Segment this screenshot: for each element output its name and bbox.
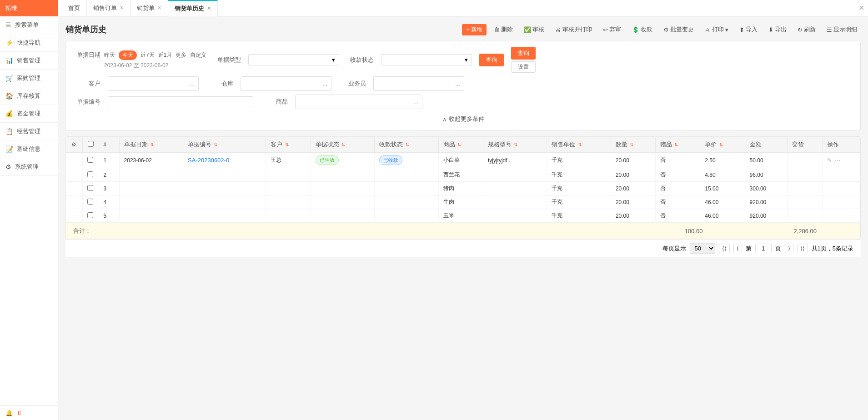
doc-no-input[interactable] [108,96,253,107]
refresh-button[interactable]: ↻ 刷新 [794,24,819,35]
last-page-btn[interactable]: ⟩⟩ [797,244,808,253]
tab-sales-order[interactable]: 销售订单 ✕ [87,0,130,16]
tab-sales-goods[interactable]: 销货单 ✕ [130,0,168,16]
date-opt-yesterday[interactable]: 昨天 [104,51,115,59]
td-doc-no[interactable] [183,209,266,223]
audit-button[interactable]: ✅ 审核 [520,24,548,35]
th-spec[interactable]: 规格型号 ⇅ [483,137,547,153]
th-doc-date[interactable]: 单据日期 ⇅ [119,137,183,153]
th-qty[interactable]: 数量 ⇅ [611,137,655,153]
th-payment-status[interactable]: 收款状态 ⇅ [375,137,439,153]
prev-page-btn[interactable]: ⟨ [733,244,742,253]
doc-no-link[interactable]: SA-20230602-0 [188,157,229,164]
td-actions[interactable] [822,168,860,182]
tab-home[interactable]: 首页 [62,0,87,16]
doc-type-select[interactable]: ▾ [248,54,339,65]
row-checkbox[interactable] [87,185,93,191]
th-customer[interactable]: 客户 ⇅ [266,137,311,153]
sidebar-item-search-menu[interactable]: ☰ 搜索菜单 [0,16,58,34]
date-opt-custom[interactable]: 自定义 [190,51,206,59]
batch-change-button[interactable]: ⚙ 批量变更 [660,24,697,35]
next-page-btn[interactable]: ⟩ [785,244,793,253]
date-opt-today[interactable]: 今天 [119,50,137,60]
goods-dots[interactable]: ... [413,99,418,105]
goods-input[interactable] [299,97,411,107]
td-actions[interactable] [822,195,860,209]
tab-sales-history[interactable]: 销货单历史 ✕ [168,0,218,16]
warehouse-input[interactable] [245,79,321,89]
select-all-checkbox[interactable] [88,141,94,147]
sidebar-item-basic-info[interactable]: 📝 基础信息 [0,140,58,158]
td-gift: 否 [656,209,700,223]
td-checkbox[interactable] [82,209,99,223]
edit-icon[interactable]: ✎ [827,157,832,164]
td-doc-no[interactable] [183,182,266,195]
sidebar-item-operations-mgmt[interactable]: 📋 经营管理 [0,123,58,140]
customer-dots[interactable]: ... [190,80,195,87]
close-tab-sales-goods[interactable]: ✕ [157,5,161,11]
th-gift[interactable]: 赠品 ⇅ [656,137,700,153]
td-amount: 920.00 [745,195,788,209]
td-doc-no[interactable] [183,195,266,209]
td-doc-date [119,195,183,209]
first-page-btn[interactable]: ⟨⟨ [719,244,730,253]
td-actions[interactable] [822,182,860,195]
collect-button[interactable]: 💲 收款 [628,24,656,35]
audit-print-button[interactable]: 🖨 审核并打印 [552,24,596,35]
td-doc-no[interactable] [183,168,266,182]
th-price[interactable]: 单价 ⇅ [700,137,745,153]
collapse-button[interactable]: ∧ 收起更多条件 [73,113,853,125]
display-button[interactable]: ☰ 显示明细 [823,24,861,35]
date-opt-more[interactable]: 更多 [176,51,186,59]
sidebar-item-inventory-calc[interactable]: 🏠 库存核算 [0,87,58,105]
sidebar-item-system-mgmt[interactable]: ⚙ 系统管理 [0,158,58,176]
row-checkbox[interactable] [87,157,93,163]
td-actions[interactable] [822,209,860,223]
abandon-button[interactable]: ↩ 弃审 [599,24,625,35]
th-goods[interactable]: 商品 ⇅ [438,137,483,153]
page-size-select[interactable]: 50 100 [690,243,715,254]
customer-input[interactable] [112,79,188,89]
import-button[interactable]: ⬆ 导入 [736,24,761,35]
salesman-input[interactable] [377,79,453,89]
td-checkbox[interactable] [82,182,99,195]
notification-icon[interactable]: 🔔 [5,410,13,416]
export-button[interactable]: ⬇ 导出 [765,24,790,35]
query-btn-2[interactable]: 查询 [511,47,536,60]
delete-button[interactable]: 🗑 删除 [490,24,517,35]
new-button[interactable]: + 新增 [462,24,487,35]
td-unit: 千克 [547,195,611,209]
td-checkbox[interactable] [82,168,99,182]
page-header: 销货单历史 + 新增 🗑 删除 ✅ 审核 🖨 审核并打印 ↩ 弃审 [65,24,861,35]
sidebar-item-quick-nav[interactable]: ⚡ 快捷导航 [0,34,58,52]
row-checkbox[interactable] [87,171,93,177]
th-checkbox[interactable] [82,137,99,153]
sidebar-item-fund-mgmt[interactable]: 💰 资金管理 [0,105,58,123]
td-actions[interactable]: ✎⋯ [822,153,860,168]
th-unit[interactable]: 销售单位 ⇅ [547,137,611,153]
page-number-input[interactable] [755,244,772,253]
th-settings[interactable]: ⚙ [66,137,82,153]
td-doc-no[interactable]: SA-20230602-0 [183,153,266,168]
sidebar-item-sales-mgmt[interactable]: 📊 销售管理 [0,52,58,70]
warehouse-dots[interactable]: ... [322,80,327,87]
salesman-dots[interactable]: ... [455,80,460,87]
close-tab-sales-history[interactable]: ✕ [207,5,211,11]
sidebar-item-purchase-mgmt[interactable]: 🛒 采购管理 [0,70,58,87]
settings-button[interactable]: 设置 [511,61,536,73]
th-doc-no[interactable]: 单据编号 ⇅ [183,137,266,153]
row-checkbox[interactable] [87,212,93,218]
close-tab-sales-order[interactable]: ✕ [120,5,124,11]
payment-status-select[interactable]: ▾ [381,54,472,65]
td-checkbox[interactable] [82,195,99,209]
td-checkbox[interactable] [82,153,99,168]
th-doc-status[interactable]: 单据状态 ⇅ [311,137,375,153]
more-icon[interactable]: ⋯ [835,157,841,164]
query-button[interactable]: 查询 [479,54,504,66]
print-button[interactable]: 🖨 打印 ▾ [701,24,732,35]
date-opt-7days[interactable]: 近7天 [140,51,155,59]
date-opt-1month[interactable]: 近1月 [158,51,172,59]
row-checkbox[interactable] [87,199,93,205]
pause-icon[interactable]: ⏸ [16,410,22,416]
close-all-tabs-icon[interactable]: ✕ [858,4,864,12]
